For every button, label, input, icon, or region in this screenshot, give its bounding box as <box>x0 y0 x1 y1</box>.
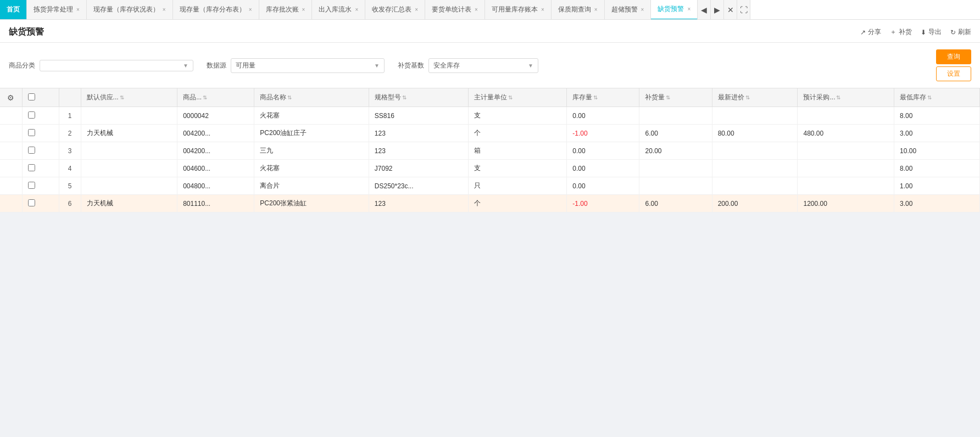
row-replenish-qty-2: 20.00 <box>639 142 712 160</box>
col-unit[interactable]: 主计量单位⇅ <box>468 88 567 107</box>
tab-inventory-dist[interactable]: 现存量（库存分布表） × <box>173 0 259 20</box>
row-checkbox-3[interactable] <box>22 160 59 177</box>
row-product-name-4: 离合片 <box>254 177 369 195</box>
row-spec-1: 123 <box>369 125 468 142</box>
row-estimated-purchase-0 <box>798 107 894 125</box>
col-spec[interactable]: 规格型号⇅ <box>369 88 468 107</box>
row-select-checkbox-0[interactable] <box>28 111 35 119</box>
row-select-checkbox-1[interactable] <box>28 129 35 136</box>
col-stock-qty[interactable]: 库存量⇅ <box>567 88 639 107</box>
tab-batch-account[interactable]: 库存批次账 × <box>259 0 313 20</box>
tab-overstock-warning-close[interactable]: × <box>641 7 644 13</box>
tab-available-ledger[interactable]: 可用量库存账本 × <box>485 0 552 20</box>
tab-batch-account-close[interactable]: × <box>302 7 305 13</box>
row-select-checkbox-2[interactable] <box>28 147 35 154</box>
row-settings-4 <box>0 177 22 195</box>
row-spec-4: DS250*23c... <box>369 177 468 195</box>
tab-expiry-query[interactable]: 保质期查询 × <box>552 0 605 20</box>
tab-inventory-status[interactable]: 现存量（库存状况表） × <box>87 0 173 20</box>
sort-stock-qty-icon: ⇅ <box>593 94 598 100</box>
tab-demand-stats-close[interactable]: × <box>475 7 478 13</box>
settings-button[interactable]: 设置 <box>936 66 971 81</box>
query-button[interactable]: 查询 <box>936 49 971 64</box>
col-product-code-label: 商品... <box>183 93 202 101</box>
row-estimated-purchase-3 <box>798 160 894 177</box>
col-default-supplier[interactable]: 默认供应...⇅ <box>81 88 177 107</box>
tab-inventory-status-label: 现存量（库存状况表） <box>93 5 159 14</box>
replenish-base-select[interactable]: 安全库存 ▼ <box>428 58 538 73</box>
tab-demand-stats[interactable]: 要货单统计表 × <box>425 0 485 20</box>
tab-expiry-query-close[interactable]: × <box>594 7 598 13</box>
tab-close-all-button[interactable]: ✕ <box>724 0 737 20</box>
col-min-stock-label: 最低库存 <box>900 93 926 101</box>
col-replenish-qty[interactable]: 补货量⇅ <box>639 88 712 107</box>
replenish-button[interactable]: ＋ 补货 <box>890 27 912 37</box>
row-latest-price-4 <box>712 177 798 195</box>
row-min-stock-5: 3.00 <box>894 195 980 212</box>
row-select-checkbox-5[interactable] <box>28 199 35 206</box>
tab-overstock-warning-label: 超储预警 <box>611 5 638 14</box>
tab-available-ledger-close[interactable]: × <box>541 7 544 13</box>
tab-inventory-status-close[interactable]: × <box>163 7 166 13</box>
replenish-base-filter-label: 补货基数 <box>398 61 424 70</box>
col-product-code[interactable]: 商品...⇅ <box>177 88 254 107</box>
tab-shortage-warning[interactable]: 缺货预警 × <box>651 0 698 20</box>
col-unit-label: 主计量单位 <box>474 93 507 101</box>
row-product-code-3: 004600... <box>177 160 254 177</box>
refresh-label: 刷新 <box>958 27 971 37</box>
row-spec-3: J7092 <box>369 160 468 177</box>
row-spec-0: SS816 <box>369 107 468 125</box>
datasource-filter-group: 数据源 可用量 ▼ <box>207 58 385 73</box>
datasource-select[interactable]: 可用量 ▼ <box>231 58 385 73</box>
category-select[interactable]: ▼ <box>40 60 193 71</box>
row-checkbox-1[interactable] <box>22 125 59 142</box>
tab-inventory-dist-close[interactable]: × <box>249 7 252 13</box>
tab-expand-button[interactable]: ⛶ <box>737 0 750 20</box>
col-settings[interactable]: ⚙ <box>0 88 22 107</box>
col-estimated-purchase[interactable]: 预计采购...⇅ <box>798 88 894 107</box>
row-replenish-qty-5: 6.00 <box>639 195 712 212</box>
row-checkbox-4[interactable] <box>22 177 59 195</box>
row-checkbox-2[interactable] <box>22 142 59 160</box>
col-no <box>59 88 81 107</box>
row-settings-0 <box>0 107 22 125</box>
tab-overstock-warning[interactable]: 超储预警 × <box>605 0 652 20</box>
sort-estimated-purchase-icon: ⇅ <box>836 94 840 100</box>
col-product-name[interactable]: 商品名称⇅ <box>254 88 369 107</box>
row-settings-5 <box>0 195 22 212</box>
tab-receipt-summary[interactable]: 收发存汇总表 × <box>365 0 425 20</box>
row-replenish-qty-3 <box>639 160 712 177</box>
tab-receipt-summary-close[interactable]: × <box>415 7 418 13</box>
row-supplier-1: 力天机械 <box>81 125 177 142</box>
filter-actions: 查询 设置 <box>936 49 971 81</box>
col-latest-price[interactable]: 最新进价⇅ <box>712 88 798 107</box>
row-stock-qty-2: 0.00 <box>567 142 639 160</box>
tab-inout-flow-close[interactable]: × <box>355 7 358 13</box>
row-estimated-purchase-2 <box>798 142 894 160</box>
col-checkbox <box>22 88 59 107</box>
tab-abnormal[interactable]: 拣货异常处理 × <box>27 0 87 20</box>
export-button[interactable]: ⬇ 导出 <box>921 27 942 37</box>
tab-home[interactable]: 首页 <box>0 0 27 20</box>
tab-next-button[interactable]: ▶ <box>711 0 724 20</box>
row-checkbox-0[interactable] <box>22 107 59 125</box>
row-product-code-1: 004200... <box>177 125 254 142</box>
row-checkbox-5[interactable] <box>22 195 59 212</box>
tab-inout-flow[interactable]: 出入库流水 × <box>312 0 365 20</box>
tab-prev-button[interactable]: ◀ <box>698 0 711 20</box>
settings-icon[interactable]: ⚙ <box>7 93 14 102</box>
select-all-checkbox[interactable] <box>28 93 35 100</box>
row-no-4: 5 <box>59 177 81 195</box>
tab-expiry-query-label: 保质期查询 <box>558 5 591 14</box>
col-latest-price-label: 最新进价 <box>718 93 744 101</box>
tab-abnormal-close[interactable]: × <box>76 7 80 13</box>
row-select-checkbox-4[interactable] <box>28 182 35 189</box>
share-button[interactable]: ↗ 分享 <box>860 27 881 37</box>
row-supplier-2 <box>81 142 177 160</box>
col-min-stock[interactable]: 最低库存⇅ <box>894 88 980 107</box>
tab-shortage-warning-close[interactable]: × <box>687 6 691 12</box>
row-spec-2: 123 <box>369 142 468 160</box>
row-select-checkbox-3[interactable] <box>28 164 35 171</box>
refresh-button[interactable]: ↻ 刷新 <box>950 27 971 37</box>
row-min-stock-4: 1.00 <box>894 177 980 195</box>
